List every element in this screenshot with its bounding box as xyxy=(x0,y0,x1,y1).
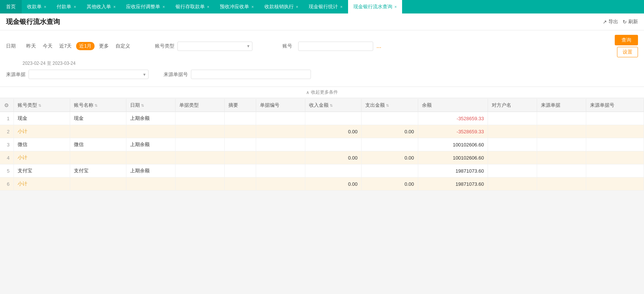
close-icon[interactable]: × xyxy=(340,4,342,9)
account-type-select[interactable] xyxy=(177,42,252,51)
nav-tab-bank-deposit[interactable]: 银行存取款单 × xyxy=(170,0,215,13)
table-cell xyxy=(488,125,537,138)
table-cell-balance: 100102606.60 xyxy=(418,138,488,151)
account-type-field: 账号类型 xyxy=(155,42,252,51)
account-dots-button[interactable]: ... xyxy=(376,43,381,49)
date-opt-7days[interactable]: 近7天 xyxy=(57,42,74,50)
close-icon[interactable]: × xyxy=(162,4,165,9)
nav-tab-bank-flow[interactable]: 现金银行流水查询 × xyxy=(348,0,402,13)
table-cell: 5 xyxy=(0,164,14,178)
date-opt-today[interactable]: 今天 xyxy=(41,42,55,50)
col-expense[interactable]: 支出金额⇅ xyxy=(362,99,418,112)
export-button[interactable]: ↗ 导出 xyxy=(603,18,618,25)
col-source-doc[interactable]: 来源单据 xyxy=(537,99,586,112)
collapse-bar[interactable]: ∧ 收起更多条件 xyxy=(0,87,644,98)
nav-tab-receipt-exec[interactable]: 收款核销执行 × xyxy=(259,0,303,13)
sort-icon: ⇅ xyxy=(38,103,41,107)
date-opt-yesterday[interactable]: 昨天 xyxy=(24,42,38,50)
table-cell: 0.00 xyxy=(362,125,418,138)
col-account-name[interactable]: 账号名称⇅ xyxy=(70,99,126,112)
table-cell xyxy=(224,164,256,178)
nav-tab-prepaid[interactable]: 预收冲应收单 × xyxy=(215,0,259,13)
close-icon[interactable]: × xyxy=(44,4,46,9)
table-cell: 4 xyxy=(0,151,14,164)
query-button[interactable]: 查询 xyxy=(615,35,638,45)
nav-tab-other-income[interactable]: 其他收入单 × xyxy=(81,0,121,13)
col-account-type[interactable]: 账号类型⇅ xyxy=(14,99,70,112)
table-row: 5支付宝支付宝上期余额19871073.60 xyxy=(0,164,644,178)
source-doc-select[interactable] xyxy=(29,70,149,79)
table-cell xyxy=(70,178,126,191)
col-doc-type[interactable]: 单据类型 xyxy=(176,99,225,112)
filter-area: 日期 昨天 今天 近7天 近1月 更多 自定义 账号类型 账号 ... 查询 设… xyxy=(0,30,644,87)
col-income[interactable]: 收入金额⇅ xyxy=(305,99,361,112)
table-cell xyxy=(126,125,176,138)
date-filter-label: 日期 xyxy=(6,43,21,49)
table-cell xyxy=(537,164,586,178)
close-icon[interactable]: × xyxy=(395,4,397,9)
table-cell: 现金 xyxy=(14,112,70,125)
close-icon[interactable]: × xyxy=(296,4,298,9)
nav-tab-payment[interactable]: 付款单 × xyxy=(51,0,81,13)
table-cell: 支付宝 xyxy=(70,164,126,178)
table-cell xyxy=(256,112,305,125)
settings-button[interactable]: 设置 xyxy=(617,47,638,57)
export-icon: ↗ xyxy=(603,19,607,25)
table-cell: 小计 xyxy=(14,178,70,191)
nav-tab-receipt[interactable]: 收款单 × xyxy=(22,0,51,13)
collapse-up-icon: ∧ xyxy=(306,90,309,95)
table-cell: 2 xyxy=(0,125,14,138)
table-cell: 0.00 xyxy=(305,125,361,138)
account-input[interactable] xyxy=(298,42,373,51)
table-row: 6小计0.000.0019871073.60 xyxy=(0,178,644,191)
table-cell xyxy=(126,178,176,191)
table-cell: 微信 xyxy=(70,138,126,151)
table-cell xyxy=(488,151,537,164)
sort-icon: ⇅ xyxy=(95,103,98,107)
col-source-doc-num[interactable]: 来源单据号 xyxy=(586,99,644,112)
close-icon[interactable]: × xyxy=(113,4,116,9)
close-icon[interactable]: × xyxy=(207,4,209,9)
col-counterpart[interactable]: 对方户名 xyxy=(488,99,537,112)
table-cell xyxy=(176,151,225,164)
table-cell xyxy=(537,178,586,191)
source-doc-num-label: 来源单据号 xyxy=(164,71,188,78)
source-doc-num-input[interactable] xyxy=(191,70,311,79)
table-header-row: ⚙ 账号类型⇅ 账号名称⇅ 日期⇅ 单据类型 摘要 单据编号 收入金额⇅ xyxy=(0,99,644,112)
table-cell: 上期余额 xyxy=(126,164,176,178)
close-icon[interactable]: × xyxy=(251,4,254,9)
date-opt-more[interactable]: 更多 xyxy=(97,42,111,50)
table-cell: 3 xyxy=(0,138,14,151)
table-cell xyxy=(176,125,225,138)
nav-home[interactable]: 首页 xyxy=(0,0,22,13)
col-balance[interactable]: 余额 xyxy=(418,99,488,112)
table-cell xyxy=(586,164,644,178)
close-icon[interactable]: × xyxy=(74,4,76,9)
table-row: 3微信微信上期余额100102606.60 xyxy=(0,138,644,151)
date-opt-custom[interactable]: 自定义 xyxy=(113,42,132,50)
table-cell xyxy=(256,138,305,151)
account-field: 账号 ... xyxy=(267,42,381,51)
table-cell xyxy=(362,164,418,178)
nav-tab-adjustment[interactable]: 应收应付调整单 × xyxy=(121,0,170,13)
date-opt-1month[interactable]: 近1月 xyxy=(76,42,95,50)
sort-icon: ⇅ xyxy=(330,103,333,107)
source-doc-field: 来源单据 xyxy=(6,70,149,79)
sort-icon: ⇅ xyxy=(386,103,389,107)
table-cell xyxy=(586,151,644,164)
table-cell xyxy=(176,178,225,191)
table-cell xyxy=(537,112,586,125)
col-doc-number[interactable]: 单据编号 xyxy=(256,99,305,112)
col-summary[interactable]: 摘要 xyxy=(224,99,256,112)
refresh-button[interactable]: ↻ 刷新 xyxy=(623,18,638,25)
collapse-label: 收起更多条件 xyxy=(311,89,338,96)
table-row: 4小计0.000.00100102606.60 xyxy=(0,151,644,164)
column-settings-icon[interactable]: ⚙ xyxy=(4,102,9,108)
col-date[interactable]: 日期⇅ xyxy=(126,99,176,112)
table-cell: 上期余额 xyxy=(126,112,176,125)
col-settings[interactable]: ⚙ xyxy=(0,99,14,112)
table-cell xyxy=(256,164,305,178)
table-cell xyxy=(586,112,644,125)
filter-row-1: 日期 昨天 今天 近7天 近1月 更多 自定义 账号类型 账号 ... 查询 设… xyxy=(6,35,638,57)
nav-tab-bank-stats[interactable]: 现金银行统计 × xyxy=(303,0,348,13)
